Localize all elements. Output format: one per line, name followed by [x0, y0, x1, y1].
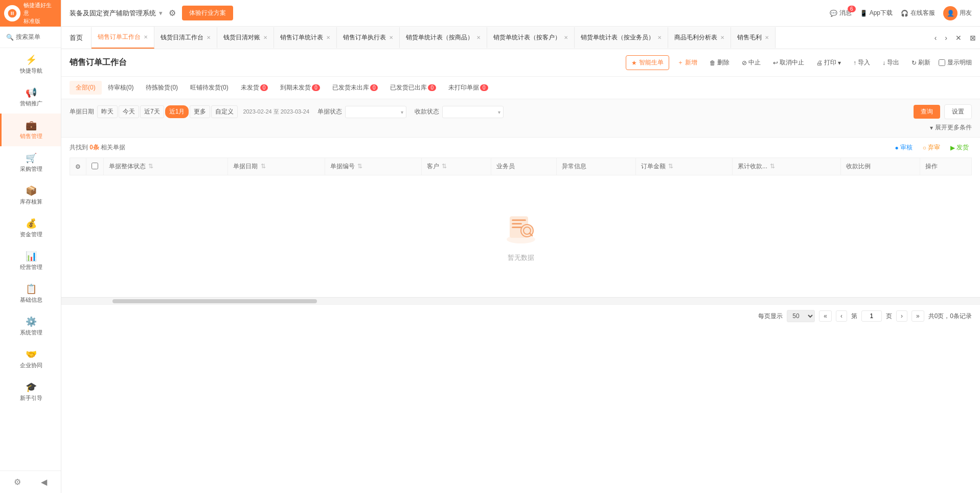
subtab-pending-inspect[interactable]: 待拣验货(0) [140, 81, 184, 95]
tab-sales-exec[interactable]: 销售订单执行表 ✕ [337, 27, 400, 48]
date-btn-yesterday[interactable]: 昨天 [97, 105, 118, 118]
status-select[interactable] [345, 106, 406, 118]
tab-sales-profit[interactable]: 销售毛利 ✕ [731, 27, 776, 48]
tab-close-sales-exec[interactable]: ✕ [389, 35, 393, 40]
add-button[interactable]: ＋ 新增 [673, 56, 701, 70]
tab-close-cash-reconcile[interactable]: ✕ [263, 35, 267, 40]
sidebar-nav-sales[interactable]: 💼 销售管理 [0, 114, 61, 146]
sort-status-icon[interactable]: ⇅ [148, 163, 153, 170]
page-number-input[interactable] [861, 310, 882, 322]
import-button[interactable]: ↑ 导入 [849, 56, 874, 70]
scrollbar-thumb[interactable] [112, 299, 317, 303]
tab-cash-reconcile[interactable]: 钱货日清对账 ✕ [217, 27, 274, 48]
subtab-shipped-out[interactable]: 已发货已出库0 [384, 81, 442, 95]
sort-customer-icon[interactable]: ⇅ [442, 163, 447, 170]
select-all-checkbox[interactable] [92, 163, 98, 169]
tab-close-single-product[interactable]: ✕ [476, 35, 481, 40]
tab-cash-daily[interactable]: 钱货日清工作台 ✕ [154, 27, 217, 48]
tab-gross-margin[interactable]: 商品毛利分析表 ✕ [668, 27, 731, 48]
sidebar-nav-ops[interactable]: 📊 经营管理 [0, 244, 61, 277]
show-detail-checkbox-label[interactable]: 显示明细 [939, 58, 972, 67]
horizontal-scrollbar[interactable] [61, 297, 980, 304]
sidebar-nav-system[interactable]: ⚙️ 系统管理 [0, 310, 61, 343]
batch-audit-button[interactable]: ● 审核 [892, 142, 916, 153]
tab-close-cash-daily[interactable]: ✕ [207, 35, 211, 40]
sidebar-settings-button[interactable]: ⚙ [12, 475, 23, 489]
tab-close-current-button[interactable]: ✕ [951, 30, 966, 46]
sidebar-nav-collab[interactable]: 🤝 企业协同 [0, 343, 61, 375]
tab-close-sales-order[interactable]: ✕ [144, 34, 148, 40]
subtab-not-shipped[interactable]: 未发货0 [235, 81, 275, 95]
show-detail-checkbox[interactable] [939, 59, 945, 66]
tab-close-sales-stats[interactable]: ✕ [326, 35, 330, 40]
page-prev-button[interactable]: ‹ [836, 310, 847, 322]
tab-close-sales-profit[interactable]: ✕ [765, 35, 769, 40]
logo-text: 畅捷通好生意 标准版 [24, 2, 57, 25]
batch-cancel-audit-button[interactable]: ○ 弃审 [920, 142, 943, 153]
tab-close-gross-margin[interactable]: ✕ [720, 35, 724, 40]
stop-button[interactable]: ⊘ 中止 [738, 56, 765, 70]
tab-sales-single-staff[interactable]: 销货单统计表（按业务员） ✕ [575, 27, 668, 48]
expand-conditions-button[interactable]: ▾ 展开更多条件 [930, 123, 972, 132]
subtab-overdue-not-shipped[interactable]: 到期未发货0 [274, 81, 326, 95]
sort-number-icon[interactable]: ⇅ [357, 163, 362, 170]
sidebar-collapse-button[interactable]: ◀ [39, 475, 49, 489]
message-button[interactable]: 💬 消息 6 [830, 9, 852, 17]
refresh-button[interactable]: ↻ 刷新 [907, 56, 935, 70]
search-menu-button[interactable]: 🔍 搜索菜单 [4, 31, 57, 43]
date-btn-more[interactable]: 更多 [190, 105, 210, 118]
delete-button[interactable]: 🗑 删除 [705, 56, 734, 70]
sort-collected-icon[interactable]: ⇅ [770, 163, 775, 170]
subtab-not-printed[interactable]: 未打印单据0 [442, 81, 494, 95]
cancel-stop-icon: ↩ [773, 59, 778, 66]
cancel-stop-button[interactable]: ↩ 取消中止 [769, 56, 808, 70]
tab-sales-single-customer[interactable]: 销货单统计表（按客户） ✕ [487, 27, 575, 48]
experience-industry-button[interactable]: 体验行业方案 [182, 6, 233, 20]
tab-scroll-left-button[interactable]: ‹ [930, 30, 941, 46]
tab-sales-stats[interactable]: 销售订单统计表 ✕ [274, 27, 337, 48]
export-button[interactable]: ↓ 导出 [878, 56, 903, 70]
sidebar-nav-base[interactable]: 📋 基础信息 [0, 277, 61, 310]
tab-close-all-button[interactable]: ⊠ [966, 30, 980, 46]
sidebar-nav-guide[interactable]: 🎓 新手引导 [0, 375, 61, 408]
page-size-select[interactable]: 50 100 [787, 310, 815, 322]
sidebar-nav-purchase[interactable]: 🛒 采购管理 [0, 146, 61, 179]
print-button[interactable]: 🖨 打印 ▾ [812, 56, 845, 70]
sidebar-search[interactable]: 🔍 搜索菜单 [0, 27, 61, 48]
batch-ship-button[interactable]: ▶ 发货 [947, 142, 972, 153]
tab-sales-order[interactable]: 销售订单工作台 ✕ [92, 27, 154, 49]
tab-scroll-right-button[interactable]: › [941, 30, 951, 46]
smart-create-button[interactable]: ★ 智能生单 [626, 55, 669, 70]
page-first-button[interactable]: « [819, 310, 832, 322]
tab-close-single-customer[interactable]: ✕ [564, 35, 568, 40]
query-button[interactable]: 查询 [914, 105, 940, 119]
online-service-button[interactable]: 🎧 在线客服 [901, 9, 935, 17]
user-menu[interactable]: 👤 用友 [943, 6, 972, 20]
sidebar-nav-marketing[interactable]: 📢 营销推广 [0, 81, 61, 114]
tab-home[interactable]: 首页 [61, 27, 92, 49]
subtab-all[interactable]: 全部(0) [70, 81, 102, 95]
tab-sales-single-product[interactable]: 销货单统计表（按商品） ✕ [400, 27, 487, 48]
col-header-checkbox[interactable] [86, 158, 104, 175]
payment-select[interactable] [442, 106, 504, 118]
add-icon: ＋ [677, 58, 683, 67]
subtab-shipped-not-out[interactable]: 已发货未出库0 [326, 81, 384, 95]
date-btn-custom[interactable]: 自定义 [211, 105, 238, 118]
sidebar-nav-finance[interactable]: 💰 资金管理 [0, 212, 61, 244]
sidebar-nav-inventory[interactable]: 📦 库存核算 [0, 179, 61, 212]
topbar-settings-icon[interactable]: ⚙ [169, 8, 176, 18]
sort-date-icon[interactable]: ⇅ [261, 163, 266, 170]
date-btn-1month[interactable]: 近1月 [165, 105, 189, 118]
date-btn-today[interactable]: 今天 [119, 105, 139, 118]
page-next-button[interactable]: › [896, 310, 907, 322]
sidebar-nav-quick[interactable]: ⚡ 快捷导航 [0, 48, 61, 81]
subtab-pending-review[interactable]: 待审核(0) [102, 81, 140, 95]
app-download-button[interactable]: 📱 App下载 [860, 9, 893, 17]
col-header-settings[interactable]: ⚙ [70, 158, 86, 175]
sort-amount-icon[interactable]: ⇅ [668, 163, 673, 170]
settings-button[interactable]: 设置 [944, 104, 972, 119]
subtab-wangpu-pending[interactable]: 旺铺待发货(0) [184, 81, 235, 95]
tab-close-single-staff[interactable]: ✕ [657, 35, 662, 40]
page-last-button[interactable]: » [911, 310, 924, 322]
date-btn-7days[interactable]: 近7天 [140, 105, 164, 118]
